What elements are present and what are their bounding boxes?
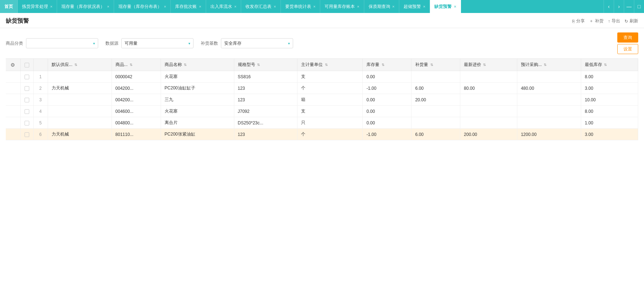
datasource-select[interactable]: 可用量 ▾	[121, 38, 193, 48]
row-product-name: 火花塞	[161, 106, 234, 117]
table-row[interactable]: 5 004800... 离合片 DS250*23c... 只 0.00 1.00	[6, 117, 638, 129]
row-spec: SS816	[234, 71, 297, 83]
col-header-supplement[interactable]: 补货量 ⇅	[412, 59, 460, 71]
row-supplement	[412, 71, 460, 83]
row-stock: -1.00	[363, 129, 412, 140]
col-header-est-purchase[interactable]: 预计采购... ⇅	[517, 59, 581, 71]
row-product-code: 801110...	[112, 129, 161, 140]
row-latest-price: 200.00	[460, 129, 517, 140]
col-header-product-name[interactable]: 商品名称 ⇅	[161, 59, 234, 71]
col-header-unit[interactable]: 主计量单位 ⇅	[297, 59, 363, 71]
settings-button[interactable]: 设置	[617, 44, 638, 54]
row-est-purchase: 1200.00	[517, 129, 581, 140]
refresh-button[interactable]: ↻ 刷新	[625, 18, 638, 24]
row-checkbox[interactable]	[20, 117, 33, 129]
table-row[interactable]: 6 力天机械 801110... PC200张紧油缸 123 个 -1.00 6…	[6, 129, 638, 140]
row-min-stock: 3.00	[581, 83, 638, 94]
row-unit: 支	[297, 106, 363, 117]
row-checkbox[interactable]	[20, 71, 33, 83]
tab-order-stats[interactable]: 要货单统计表 ×	[281, 0, 320, 13]
row-stock: 0.00	[363, 106, 412, 117]
filter-actions: 查询 设置	[617, 32, 638, 54]
row-spec: DS250*23c...	[234, 117, 297, 129]
row-est-purchase	[517, 117, 581, 129]
col-header-stock[interactable]: 库存量 ⇅	[363, 59, 412, 71]
table-row[interactable]: 1 0000042 火花塞 SS816 支 0.00 8.00	[6, 71, 638, 83]
table-row[interactable]: 3 004200... 三九 123 箱 0.00 20.00 10.00	[6, 94, 638, 106]
close-tab-summary[interactable]: ×	[274, 4, 276, 9]
supplement-button[interactable]: ＋ 补货	[589, 18, 604, 24]
tab-maximize-button[interactable]: □	[634, 0, 644, 13]
tab-summary[interactable]: 收发存汇总表 ×	[241, 0, 280, 13]
row-product-name: PC200张紧油缸	[161, 129, 234, 140]
col-header-settings: ⚙	[6, 59, 20, 71]
tab-inventory-dist[interactable]: 现存量（库存分布表） ×	[114, 0, 171, 13]
row-min-stock: 3.00	[581, 129, 638, 140]
row-product-code: 004600...	[112, 106, 161, 117]
share-button[interactable]: ⎘ 分享	[572, 18, 585, 24]
tab-expiry[interactable]: 保质期查询 ×	[364, 0, 399, 13]
close-tab-inv-status[interactable]: ×	[107, 4, 109, 9]
datasource-filter-group: 数据源 可用量 ▾	[105, 38, 193, 48]
query-button[interactable]: 查询	[617, 32, 638, 43]
tab-shortage[interactable]: 缺货预警 ×	[430, 0, 461, 13]
close-tab-inout[interactable]: ×	[234, 4, 236, 9]
close-tab-overstock[interactable]: ×	[423, 4, 425, 9]
row-checkbox[interactable]	[20, 94, 33, 106]
row-min-stock: 8.00	[581, 71, 638, 83]
row-stock: 0.00	[363, 94, 412, 106]
sort-name-icon: ⇅	[184, 63, 187, 67]
col-header-supplier[interactable]: 默认供应... ⇅	[48, 59, 112, 71]
row-stock: 0.00	[363, 71, 412, 83]
select-all-checkbox[interactable]	[25, 63, 29, 67]
row-stock: 0.00	[363, 117, 412, 129]
row-product-code: 004200...	[112, 94, 161, 106]
close-tab-batch[interactable]: ×	[199, 4, 201, 9]
table-row[interactable]: 2 力天机械 004200... PC200油缸缸子 123 个 -1.00 6…	[6, 83, 638, 94]
page-header: 缺货预警 ⎘ 分享 ＋ 补货 ↑ 导出 ↻ 刷新	[0, 13, 644, 28]
row-product-name: 火花塞	[161, 71, 234, 83]
tab-prev-button[interactable]: ‹	[604, 0, 614, 13]
col-header-spec[interactable]: 规格型号 ⇅	[234, 59, 297, 71]
col-header-product-code[interactable]: 商品... ⇅	[112, 59, 161, 71]
close-tab-available[interactable]: ×	[357, 4, 359, 9]
close-tab-expiry[interactable]: ×	[392, 4, 395, 9]
row-latest-price	[460, 106, 517, 117]
row-product-code: 004200...	[112, 83, 161, 94]
tab-inout[interactable]: 出入库流水 ×	[206, 0, 241, 13]
row-checkbox[interactable]	[20, 106, 33, 117]
row-supplier	[48, 106, 112, 117]
row-unit: 个	[297, 129, 363, 140]
data-table: ⚙ 默认供应... ⇅ 商品... ⇅ 商品名称	[6, 58, 638, 140]
table-container: ⚙ 默认供应... ⇅ 商品... ⇅ 商品名称	[0, 58, 644, 140]
close-tab-shortage[interactable]: ×	[454, 4, 456, 9]
row-settings	[6, 83, 20, 94]
export-icon: ↑	[608, 19, 610, 24]
col-header-latest-price[interactable]: 最新进价 ⇅	[460, 59, 517, 71]
row-spec: 123	[234, 94, 297, 106]
tab-picking[interactable]: 拣货异常处理 ×	[18, 0, 57, 13]
sort-spec-icon: ⇅	[257, 63, 260, 67]
tab-home[interactable]: 首页	[0, 0, 18, 13]
row-checkbox[interactable]	[20, 83, 33, 94]
tab-next-button[interactable]: ›	[614, 0, 624, 13]
filter-bar: 商品分类 ▾ 数据源 可用量 ▾ 补货基数 安全库存 ▾ 查询 设置	[0, 28, 644, 58]
tab-available[interactable]: 可用量库存账本 ×	[320, 0, 364, 13]
row-checkbox[interactable]	[20, 129, 33, 140]
row-unit: 个	[297, 83, 363, 94]
tab-batch[interactable]: 库存批次账 ×	[171, 0, 206, 13]
gear-icon[interactable]: ⚙	[10, 62, 15, 68]
base-select[interactable]: 安全库存 ▾	[221, 38, 293, 48]
close-tab-order-stats[interactable]: ×	[313, 4, 316, 9]
table-row[interactable]: 4 004600... 火花塞 J7092 支 0.00 8.00	[6, 106, 638, 117]
category-select[interactable]: ▾	[26, 38, 98, 48]
tab-overstock[interactable]: 超储预警 ×	[399, 0, 430, 13]
export-button[interactable]: ↑ 导出	[608, 18, 620, 24]
close-tab-picking[interactable]: ×	[50, 4, 52, 9]
col-header-index	[33, 59, 48, 71]
tab-minimize-button[interactable]: —	[624, 0, 634, 13]
col-header-min-stock[interactable]: 最低库存 ⇅	[581, 59, 638, 71]
close-tab-inv-dist[interactable]: ×	[164, 4, 166, 9]
tab-inventory-status[interactable]: 现存量（库存状况表） ×	[57, 0, 114, 13]
datasource-label: 数据源	[105, 40, 118, 47]
